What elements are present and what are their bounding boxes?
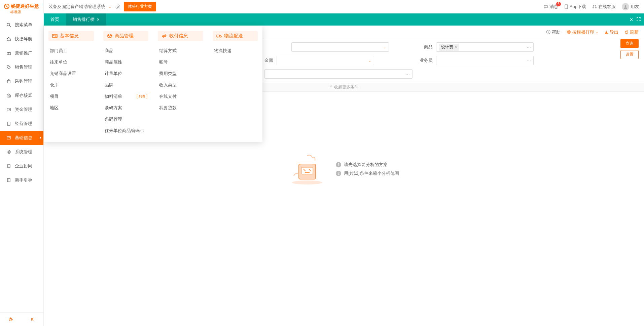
mega-item-allow-sale[interactable]: 允销商品设置 <box>48 68 94 79</box>
svg-point-28 <box>566 8 566 8</box>
mega-item-online-pay[interactable]: 在线支付 <box>158 91 203 102</box>
sidebar-item-purchase[interactable]: 采购管理 <box>0 74 43 88</box>
sidebar-item-guide[interactable]: 新手引导 <box>0 173 43 187</box>
sidebar-item-inventory[interactable]: 库存核算 <box>0 88 43 103</box>
app-download-label: App下载 <box>570 4 586 10</box>
gear-icon <box>6 149 11 155</box>
empty-illustration <box>289 152 326 186</box>
tab-home[interactable]: 首页 <box>44 13 66 26</box>
svg-point-1 <box>7 23 10 26</box>
sidebar-item-operation[interactable]: 经营管理 <box>0 117 43 131</box>
sidebar-item-quicknav[interactable]: 快捷导航 <box>0 32 43 46</box>
help-icon[interactable]: ⓘ <box>140 128 144 133</box>
settings-button[interactable]: 设置 <box>620 50 639 59</box>
try-industry-button[interactable]: 体验行业方案 <box>124 2 156 11</box>
sidebar-item-label: 企业协同 <box>15 163 32 169</box>
chevron-up-icon: ⌃ <box>329 85 333 89</box>
mega-item-product[interactable]: 商品 <box>103 45 149 56</box>
mega-item-account[interactable]: 账号 <box>158 56 203 68</box>
ellipsis-icon[interactable]: ⋯ <box>527 45 531 50</box>
query-button[interactable]: 查询 <box>620 39 639 48</box>
amount-input[interactable]: ⌄ <box>277 56 374 65</box>
ellipsis-icon[interactable]: ⋯ <box>405 72 409 77</box>
sidebar-item-search[interactable]: 搜索菜单 <box>0 18 43 32</box>
export-button[interactable]: 导出 <box>604 29 618 35</box>
messages-button[interactable]: 消息 6 <box>543 4 558 10</box>
online-service-label: 在线客服 <box>598 4 616 10</box>
mega-item-settlement[interactable]: 结算方式 <box>158 45 203 56</box>
sidebar-item-sales[interactable]: 销售管理 <box>0 60 43 74</box>
sidebar-item-label: 资金管理 <box>15 107 32 113</box>
mega-item-region[interactable]: 地区 <box>48 102 94 114</box>
mega-item-bom[interactable]: 物料清单列表 <box>103 91 149 102</box>
svg-rect-41 <box>52 34 57 38</box>
tab-close-all-icon[interactable]: ✕ <box>630 17 633 22</box>
mega-item-loan[interactable]: 我要贷款 <box>158 102 203 114</box>
refresh-button[interactable]: 刷新 <box>624 29 639 35</box>
sidebar-item-system[interactable]: 系统管理 <box>0 145 43 159</box>
online-service-button[interactable]: 在线客服 <box>592 4 616 10</box>
print-icon <box>567 30 571 34</box>
svg-point-14 <box>8 137 8 138</box>
bag-icon <box>6 79 11 84</box>
mega-item-product-attr[interactable]: 商品属性 <box>103 56 149 68</box>
mega-item-income-type[interactable]: 收入类型 <box>158 79 203 91</box>
message-icon <box>543 4 548 9</box>
svg-rect-37 <box>301 167 313 174</box>
mega-item-barcode-scheme[interactable]: 条码方案 <box>103 102 149 114</box>
filter-dropdown-1[interactable]: ⌄ <box>291 42 389 52</box>
mega-col-payment: 收付信息 结算方式 账号 费用类型 收入类型 在线支付 我要贷款 <box>153 31 208 136</box>
svg-point-17 <box>8 151 9 153</box>
mega-col-logistics: 物流配送 物流快递 <box>208 31 263 136</box>
wallet-icon <box>6 107 11 112</box>
help-button[interactable]: ⓘ帮助 <box>546 29 561 35</box>
sidebar-item-basicinfo[interactable]: 基础信息 <box>0 131 43 145</box>
mega-item-warehouse[interactable]: 仓库 <box>48 79 94 91</box>
mega-item-project[interactable]: 项目 <box>48 91 94 102</box>
sidebar-item-marketing[interactable]: 营销推广 <box>0 46 43 60</box>
sidebar-item-label: 快捷导航 <box>15 36 32 42</box>
empty-step-1: 1请先选择要分析的方案 <box>336 162 399 168</box>
tab-sales-ranking[interactable]: 销售排行榜 ✕ <box>66 13 106 26</box>
svg-point-23 <box>10 319 12 320</box>
mega-item-express[interactable]: 物流快递 <box>213 45 258 56</box>
product-input[interactable]: 设计费× ⋯ <box>436 42 534 52</box>
messages-badge: 6 <box>556 2 561 6</box>
collapse-icon[interactable] <box>30 317 35 322</box>
svg-rect-26 <box>544 5 547 8</box>
home-icon <box>6 36 11 42</box>
settings-icon[interactable] <box>8 317 13 322</box>
sidebar-item-finance[interactable]: 资金管理 <box>0 103 43 117</box>
mega-item-brand[interactable]: 品牌 <box>103 79 149 91</box>
chip-remove-icon[interactable]: × <box>455 45 457 49</box>
salesperson-label: 业务员 <box>413 57 433 64</box>
close-icon[interactable]: ✕ <box>97 17 100 22</box>
mega-item-barcode-mgmt[interactable]: 条码管理 <box>103 114 149 125</box>
mega-item-partner-code[interactable]: 往来单位商品编码ⓘ <box>103 125 149 136</box>
mega-item-partner[interactable]: 往来单位 <box>48 56 94 68</box>
empty-step-2: 2用[过滤]条件来缩小分析范围 <box>336 170 399 176</box>
tab-expand-icon[interactable] <box>637 17 641 22</box>
user-menu[interactable]: 用友 <box>622 3 639 10</box>
gift-icon <box>6 50 11 56</box>
filter-input-extra[interactable]: ⋯ <box>264 69 413 79</box>
mega-item-dept-staff[interactable]: 部门员工 <box>48 45 94 56</box>
mega-col-product: 商品管理 商品 商品属性 计量单位 品牌 物料清单列表 条码方案 条码管理 往来… <box>99 31 153 136</box>
sidebar-item-enterprise[interactable]: 企业协同 <box>0 159 43 173</box>
ellipsis-icon[interactable]: ⋯ <box>527 58 531 63</box>
system-selector[interactable]: 装备及固定资产辅助管理系统 ⌄ <box>48 4 112 10</box>
mega-header-payment: 收付信息 <box>158 31 203 41</box>
chevron-down-icon: ⌄ <box>108 4 112 9</box>
salesperson-input[interactable]: ⋯ <box>436 56 534 65</box>
app-download-button[interactable]: App下载 <box>564 4 586 10</box>
svg-point-24 <box>117 6 119 7</box>
clipboard-icon <box>6 121 11 126</box>
svg-rect-33 <box>568 30 570 31</box>
svg-rect-29 <box>593 7 594 8</box>
sidebar-item-label: 搜索菜单 <box>15 22 32 28</box>
mega-item-unit[interactable]: 计量单位 <box>103 68 149 79</box>
product-chip: 设计费× <box>439 44 459 51</box>
mega-item-expense-type[interactable]: 费用类型 <box>158 68 203 79</box>
header-settings-icon[interactable] <box>115 4 120 9</box>
print-button[interactable]: 按模板打印⌄ <box>567 29 598 35</box>
